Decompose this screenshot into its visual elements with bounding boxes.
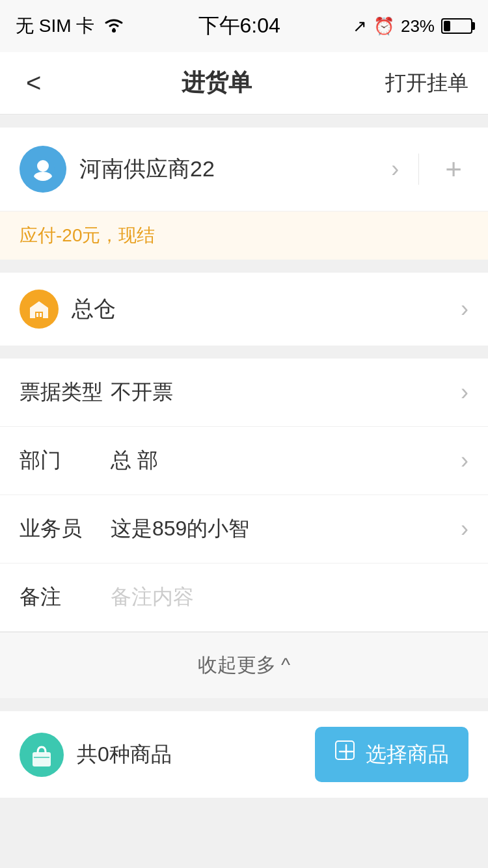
product-bar: 共0种商品 选择商品 (0, 711, 488, 798)
department-label: 部门 (20, 446, 111, 475)
supplier-name: 河南供应商22 (79, 154, 378, 184)
back-button[interactable]: < (20, 62, 47, 104)
select-product-label: 选择商品 (366, 740, 449, 769)
select-product-icon (334, 740, 358, 769)
remark-row[interactable]: 备注 备注内容 (0, 563, 488, 632)
invoice-chevron-icon: › (461, 379, 468, 406)
svg-point-0 (112, 29, 116, 33)
top-divider (0, 115, 488, 128)
svg-rect-4 (33, 752, 51, 766)
location-icon: ↗ (353, 16, 367, 36)
collapse-label: 收起更多 ^ (198, 654, 290, 675)
status-bar: 无 SIM 卡 下午6:04 ↗ ⏰ 23% (0, 0, 488, 52)
nav-bar: < 进货单 打开挂单 (0, 52, 488, 115)
salesman-row[interactable]: 业务员 这是859的小智 › (0, 495, 488, 563)
department-row[interactable]: 部门 总 部 › (0, 427, 488, 495)
salesman-value: 这是859的小智 (111, 515, 461, 543)
supplier-section: 河南供应商22 › + 应付-20元，现结 (0, 128, 488, 273)
svg-rect-5 (336, 741, 354, 759)
form-section: 票据类型 不开票 › 部门 总 部 › 业务员 这是859的小智 › 备注 备注… (0, 359, 488, 632)
invoice-type-value: 不开票 (111, 378, 461, 407)
supplier-avatar (20, 146, 66, 193)
department-value: 总 部 (111, 446, 461, 475)
bottom-area (0, 798, 488, 868)
status-right: ↗ ⏰ 23% (353, 16, 472, 36)
salesman-chevron-icon: › (461, 515, 468, 543)
battery-percent: 23% (401, 16, 435, 36)
remark-input[interactable]: 备注内容 (111, 583, 468, 612)
warehouse-chevron-icon: › (461, 295, 468, 323)
status-time: 下午6:04 (198, 12, 280, 40)
battery-icon (441, 18, 472, 34)
remark-label: 备注 (20, 583, 111, 612)
supplier-chevron-icon: › (391, 156, 399, 183)
notice-text: 应付-20元，现结 (20, 225, 155, 245)
warehouse-icon (20, 290, 59, 329)
alarm-icon: ⏰ (373, 16, 394, 36)
add-button[interactable]: + (439, 153, 468, 185)
sim-label: 无 SIM 卡 (16, 14, 94, 38)
warehouse-row[interactable]: 总仓 › (0, 273, 488, 359)
department-chevron-icon: › (461, 447, 468, 474)
svg-rect-2 (36, 313, 38, 317)
open-pending-button[interactable]: 打开挂单 (385, 69, 468, 98)
wifi-icon (102, 15, 126, 38)
warehouse-name: 总仓 (72, 294, 448, 324)
collapse-row[interactable]: 收起更多 ^ (0, 632, 488, 698)
vertical-divider (418, 154, 419, 185)
salesman-label: 业务员 (20, 515, 111, 543)
notice-row: 应付-20元，现结 (0, 211, 488, 273)
invoice-type-label: 票据类型 (20, 378, 111, 407)
svg-rect-3 (40, 313, 42, 317)
invoice-type-row[interactable]: 票据类型 不开票 › (0, 359, 488, 427)
page-title: 进货单 (182, 67, 252, 99)
svg-rect-1 (35, 312, 43, 318)
product-count: 共0种商品 (77, 740, 302, 769)
select-product-button[interactable]: 选择商品 (315, 727, 468, 782)
product-icon (20, 733, 64, 777)
status-left: 无 SIM 卡 (16, 14, 126, 38)
supplier-row[interactable]: 河南供应商22 › + (0, 128, 488, 211)
